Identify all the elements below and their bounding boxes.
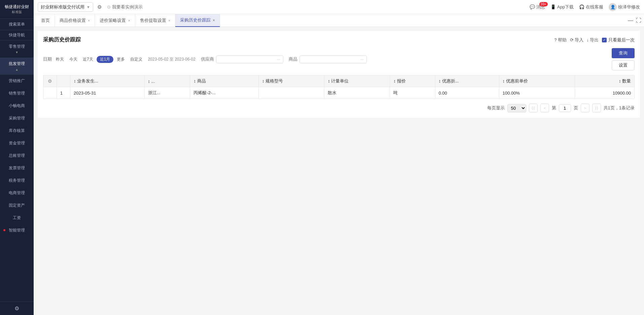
chevron-down-icon: ▼ <box>15 50 19 54</box>
sidebar-item-tax[interactable]: 税务管理 <box>0 174 34 187</box>
import-label: 导入 <box>575 37 583 43</box>
version-selector[interactable]: 好业财标准版交付试用 ▼ <box>38 2 93 12</box>
expand-icon[interactable]: ⛶ <box>636 18 641 24</box>
sidebar-item-invoice[interactable]: 发票管理 <box>0 162 34 174</box>
sidebar-item-search[interactable]: 搜索菜单 <box>0 19 34 30</box>
topbar-right: 💬 消息 99+ 📱 App下载 🎧 在线客服 👤 徐泽华修改 <box>530 3 640 11</box>
only-last-checkbox-wrap[interactable]: 只看最后一次 <box>602 37 635 43</box>
sidebar-item-marketing[interactable]: 营销推广 <box>0 75 34 87</box>
first-page-button[interactable]: ⟨⟨ <box>529 104 538 112</box>
prev-page-button[interactable]: ＜ <box>540 104 549 112</box>
date-btn-today[interactable]: 今天 <box>67 56 79 63</box>
sidebar-item-purchase[interactable]: 采购管理 <box>0 112 34 125</box>
cell-more: 浙江... <box>144 87 190 99</box>
app-download-button[interactable]: 📱 App下载 <box>550 4 574 10</box>
minimize-icon[interactable]: — <box>628 18 633 24</box>
tab-home[interactable]: 首页 <box>38 14 55 27</box>
tab-price-strategy[interactable]: 进价策略设置 × <box>95 14 135 27</box>
export-icon: ↓ <box>587 37 589 42</box>
date-btn-custom[interactable]: 自定义 <box>128 56 144 63</box>
next-page-button[interactable]: ＞ <box>581 104 589 112</box>
table-header-row: ⚙ ↕ 业务发生... ↕ ... ↕ 商品 ↕ 规格 <box>43 75 635 87</box>
col-unit[interactable]: ↕ 计量单位 <box>324 75 390 87</box>
version-selector-label: 好业财标准版交付试用 <box>41 4 84 10</box>
sidebar-item-ecommerce-small[interactable]: 小畅电商 <box>0 100 34 112</box>
sidebar-item-ecommerce[interactable]: 电商管理 <box>0 187 34 199</box>
supplier-input[interactable] <box>219 57 276 62</box>
export-button[interactable]: ↓ 导出 <box>587 37 599 43</box>
sidebar-item-inventory[interactable]: 库存核算 <box>0 125 34 137</box>
goods-filter-group: 商品 ··· <box>289 56 367 63</box>
filter-row: 日期 昨天 今天 近7天 近1月 更多 自定义 2023-05-02 至 202… <box>43 48 635 70</box>
col-discount[interactable]: ↕ 优惠折... <box>435 75 499 87</box>
message-icon: 💬 <box>530 4 535 9</box>
supplier-filter-group: 供应商 ··· <box>201 56 283 63</box>
message-badge: 99+ <box>539 2 548 6</box>
date-btn-7days[interactable]: 近7天 <box>81 56 95 63</box>
sidebar-item-quicknav[interactable]: 快捷导航 <box>0 30 34 40</box>
demo-link[interactable]: ⊙ 我要看实例演示 <box>107 4 143 10</box>
table-gear-icon[interactable]: ⚙ <box>48 78 52 84</box>
supplier-more-icon[interactable]: ··· <box>277 57 280 62</box>
cell-price-unit: 吨 <box>390 87 435 99</box>
date-options: 昨天 今天 近7天 近1月 更多 自定义 <box>54 56 144 63</box>
goods-input[interactable] <box>302 57 359 62</box>
cell-seq: 1 <box>57 87 70 99</box>
sidebar-item-wholesale[interactable]: 批发管理 ▲ <box>0 58 34 75</box>
cell-unit: 散水 <box>324 87 390 99</box>
settings-icon[interactable]: ⚙ <box>14 306 19 311</box>
tab-price-settings[interactable]: 商品价格设置 × <box>55 14 95 27</box>
message-button[interactable]: 💬 消息 99+ <box>530 4 545 10</box>
col-biz-date[interactable]: ↕ 业务发生... <box>70 75 145 87</box>
import-button[interactable]: ⟳ 导入 <box>570 37 583 43</box>
topbar-gear-icon[interactable]: ⚙ <box>97 4 102 10</box>
col-goods[interactable]: ↕ 商品 <box>190 75 259 87</box>
help-button[interactable]: ? 帮助 <box>554 37 566 43</box>
close-icon[interactable]: × <box>128 19 130 23</box>
date-btn-1month[interactable]: 近1月 <box>97 56 114 63</box>
supplier-input-wrap: ··· <box>216 56 283 63</box>
sidebar-item-ecommerce-label: 电商管理 <box>9 190 25 196</box>
settings-button[interactable]: 设置 <box>612 60 635 70</box>
page-actions: ? 帮助 ⟳ 导入 ↓ 导出 只看最后一次 <box>554 37 635 43</box>
total-info: 共1页，1条记录 <box>604 105 635 111</box>
last-page-button[interactable]: ⟩⟩ <box>592 104 601 112</box>
online-service-button[interactable]: 🎧 在线客服 <box>579 4 603 10</box>
sidebar-item-fixed-assets[interactable]: 固定资产 <box>0 199 34 212</box>
sidebar-item-retail[interactable]: 零售管理 ▼ <box>0 40 34 58</box>
user-menu[interactable]: 👤 徐泽华修改 <box>609 3 640 11</box>
col-more[interactable]: ↕ ... <box>144 75 190 87</box>
cell-pre-discount-price: 10900.00 <box>575 87 635 99</box>
date-btn-more[interactable]: 更多 <box>115 56 127 63</box>
page-size-select[interactable]: 50 100 200 <box>507 104 526 112</box>
logo-text-line2: 标准版 <box>3 10 31 14</box>
col-spec[interactable]: ↕ 规格型号 <box>259 75 324 87</box>
close-icon[interactable]: × <box>88 19 90 23</box>
tab-price-extract-label: 售价提取设置 <box>140 18 166 24</box>
query-button[interactable]: 查询 <box>612 48 635 58</box>
tab-price-extract[interactable]: 售价提取设置 × <box>135 14 175 27</box>
sidebar-item-ai[interactable]: 智能管理 <box>0 224 34 237</box>
col-qty[interactable]: ↕ 数量 <box>575 75 635 87</box>
sidebar-item-payroll[interactable]: 工资 <box>0 212 34 224</box>
tab-purchase-history[interactable]: 采购历史价跟踪 × <box>175 14 220 27</box>
goods-input-wrap: ··· <box>299 56 367 63</box>
avatar: 👤 <box>609 3 617 11</box>
col-price[interactable]: ↕ 报价 <box>390 75 435 87</box>
current-page-input[interactable] <box>559 104 571 112</box>
sidebar-item-finance[interactable]: 资金管理 <box>0 137 34 149</box>
date-btn-yesterday[interactable]: 昨天 <box>54 56 66 63</box>
import-icon: ⟳ <box>570 37 574 42</box>
col-more-label: ↕ ... <box>148 79 155 84</box>
sidebar-item-sales[interactable]: 销售管理 <box>0 87 34 100</box>
close-icon[interactable]: × <box>168 19 170 23</box>
goods-more-icon[interactable]: ··· <box>360 57 364 62</box>
only-last-checkbox[interactable] <box>602 38 607 42</box>
sidebar-bottom: ⚙ <box>0 302 34 315</box>
close-icon[interactable]: × <box>213 18 215 22</box>
sidebar-item-ledger[interactable]: 总账管理 <box>0 149 34 162</box>
sidebar-item-invoice-label: 发票管理 <box>9 165 25 171</box>
notification-dot <box>3 229 5 231</box>
col-pre-discount-price[interactable]: ↕ 优惠前单价 <box>499 75 575 87</box>
supplier-filter-label: 供应商 <box>201 56 214 62</box>
